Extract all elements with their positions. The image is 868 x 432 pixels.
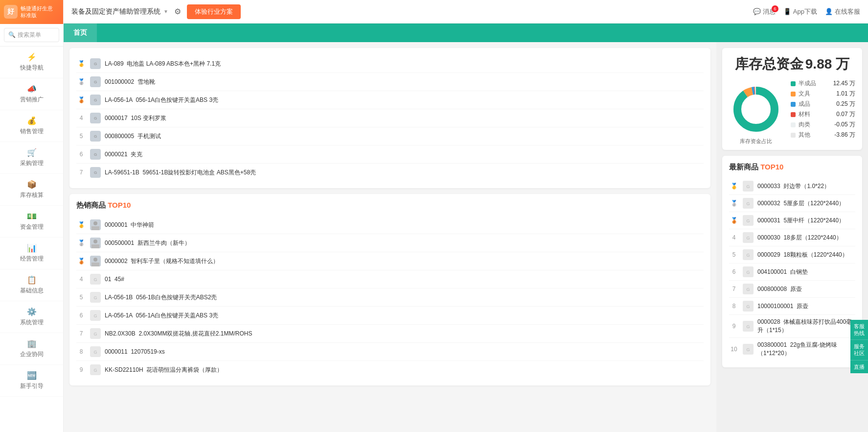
product-name: KK-SD22110H 花语萌恒温分离裤袋（厚款） (105, 366, 704, 374)
svg-text:G: G (93, 295, 97, 300)
service-icon: 👤 (825, 8, 833, 15)
float-button[interactable]: 服务 社区 (850, 340, 868, 360)
legend-value: 0.07 万 (836, 110, 855, 119)
legend-name: 肉类 (799, 120, 831, 129)
svg-rect-16 (91, 226, 99, 230)
product-thumb: G (743, 284, 754, 294)
float-button[interactable]: 客服 热线 (850, 320, 868, 340)
hot-products-title: 热销商品 TOP10 (76, 201, 704, 210)
product-name: 0000002 智利车子里（规格不知道填什么） (105, 257, 704, 265)
rank-number: 5 (729, 251, 739, 258)
legend-value: 1.01 万 (836, 90, 855, 98)
svg-text:G: G (94, 80, 97, 84)
search-menu-button[interactable]: 🔍 搜索菜单 (4, 28, 59, 42)
inventory-icon: 📦 (27, 180, 37, 189)
sidebar-item-sales[interactable]: 💰 销售管理 (0, 110, 63, 142)
hot-list-item: 4 G 01 45# (76, 270, 704, 288)
product-thumb (90, 238, 101, 248)
legend-name: 材料 (799, 110, 833, 119)
svg-text:G: G (93, 368, 97, 373)
message-icon: 💬 (753, 8, 761, 15)
legend-color-dot (791, 102, 796, 107)
product-name: 003800001 22g鱼豆腐-烧烤味（1*12*20） (757, 341, 855, 358)
chevron-down-icon: ▼ (163, 9, 168, 14)
product-thumb: G (743, 344, 754, 355)
svg-text:G: G (94, 98, 97, 102)
sidebar-item-purchase[interactable]: 🛒 采购管理 (0, 142, 63, 174)
legend-item: 其他 -3.86 万 (791, 131, 855, 139)
sold-list-item: 5 G 000800005 手机测试 (76, 127, 704, 145)
rank-number: 🥇 (76, 60, 86, 67)
sidebar-item-system[interactable]: ⚙️ 系统管理 (0, 301, 63, 333)
svg-text:G: G (746, 324, 750, 329)
product-thumb: G (743, 198, 754, 209)
message-button[interactable]: 💬 消息 6 (753, 7, 776, 16)
product-thumb: G (90, 364, 101, 375)
sales-icon: 💰 (27, 116, 37, 125)
product-name: 01 45# (105, 276, 704, 283)
svg-text:G: G (94, 152, 97, 157)
product-thumb: G (743, 181, 754, 192)
svg-text:G: G (93, 332, 97, 336)
search-icon: 🔍 (8, 31, 16, 38)
rank-number: 5 (76, 294, 86, 301)
tab-home[interactable]: 首页 (64, 24, 97, 42)
newest-list-item: 🥇 G 0000033 封边带（1.0*22） (729, 178, 855, 195)
sidebar-item-enterprise[interactable]: 🏢 企业协同 (0, 333, 63, 365)
sidebar-item-inventory[interactable]: 📦 库存核算 (0, 174, 63, 206)
inventory-card: 库存总资金 9.88 万 (722, 48, 862, 150)
product-name: LA-056-1A 056-1A白色按键开关盖ABS 3壳 (105, 312, 704, 320)
product-name: 0000017 10S 变利罗浆 (105, 114, 704, 122)
rank-number: 4 (76, 276, 86, 283)
system-selector[interactable]: 装备及固定资产辅助管理系统 ▼ (71, 7, 168, 16)
product-thumb: G (90, 346, 101, 357)
newest-list-item: 5 G 0000029 18颗粒板（1220*2440） (729, 246, 855, 264)
product-thumb: G (90, 149, 101, 160)
rank-number: 5 (76, 133, 86, 140)
trial-button[interactable]: 体验行业方案 (187, 4, 241, 19)
legend-name: 其他 (799, 131, 831, 139)
sold-products-card: 🥇 G LA-089 电池盖 LA-089 ABS本色+黑种 7.1克 🥈 G … (69, 48, 710, 188)
rank-number: 4 (729, 234, 739, 241)
svg-text:G: G (746, 287, 750, 292)
product-name: 0000001 中华神箭 (105, 221, 704, 229)
svg-text:G: G (93, 350, 97, 355)
settings-icon[interactable]: ⚙ (174, 7, 181, 16)
sidebar-item-guide[interactable]: 🆕 新手引导 (0, 365, 63, 397)
rank-number: 10 (729, 346, 739, 353)
legend-color-dot (791, 112, 796, 117)
inventory-amount: 9.88 万 (805, 56, 849, 72)
product-name: 0000028 体械嘉枝味苏打饮品400毫升（1*15） (757, 318, 855, 335)
hot-list-item: 🥉 0000002 智利车子里（规格不知道填什么） (76, 252, 704, 270)
product-thumb: G (743, 321, 754, 332)
product-thumb (90, 256, 101, 266)
sidebar-item-operations[interactable]: 📊 经营管理 (0, 238, 63, 269)
svg-text:G: G (94, 170, 97, 175)
legend-color-dot (791, 122, 796, 127)
hot-list-item: 🥈 000500001 新西兰牛肉（新牛） (76, 234, 704, 252)
product-thumb: G (90, 167, 101, 178)
search-area: 🔍 搜索菜单 (0, 24, 63, 47)
sidebar-item-finance[interactable]: 💵 资金管理 (0, 206, 63, 238)
svg-point-18 (93, 240, 97, 243)
product-thumb: G (90, 328, 101, 339)
legend-item: 成品 0.25 万 (791, 100, 855, 108)
product-name: 001000002 雪地靴 (105, 78, 704, 86)
hot-list-item: 5 G LA-056-1B 056-1B白色按键开关壳ABS2壳 (76, 288, 704, 307)
product-name: 0000021 夹克 (105, 150, 704, 159)
product-thumb: G (743, 249, 754, 260)
newest-list-item: 🥉 G 0000031 5厘中纤（1220*2440） (729, 212, 855, 229)
float-button[interactable]: 直播 (850, 360, 868, 373)
svg-point-21 (93, 258, 97, 262)
online-service-button[interactable]: 👤 在线客服 (825, 7, 860, 16)
product-thumb: G (743, 301, 754, 312)
product-name: 10000100001 原壶 (757, 302, 855, 311)
sidebar-item-basic[interactable]: 📋 基础信息 (0, 269, 63, 301)
app-download-button[interactable]: 📱 App下载 (783, 7, 817, 16)
logo-text: 畅捷通好生意 标准版 (21, 5, 53, 19)
newest-list-item: 7 G 000800008 原壶 (729, 281, 855, 298)
sidebar-item-quicknav[interactable]: ⚡ 快捷导航 (0, 47, 63, 78)
svg-text:G: G (746, 201, 750, 206)
sidebar-item-marketing[interactable]: 📣 营销推广 (0, 78, 63, 110)
hot-products-card: 热销商品 TOP10 🥇 0000001 中华神箭 🥈 000500001 新西… (69, 194, 710, 385)
